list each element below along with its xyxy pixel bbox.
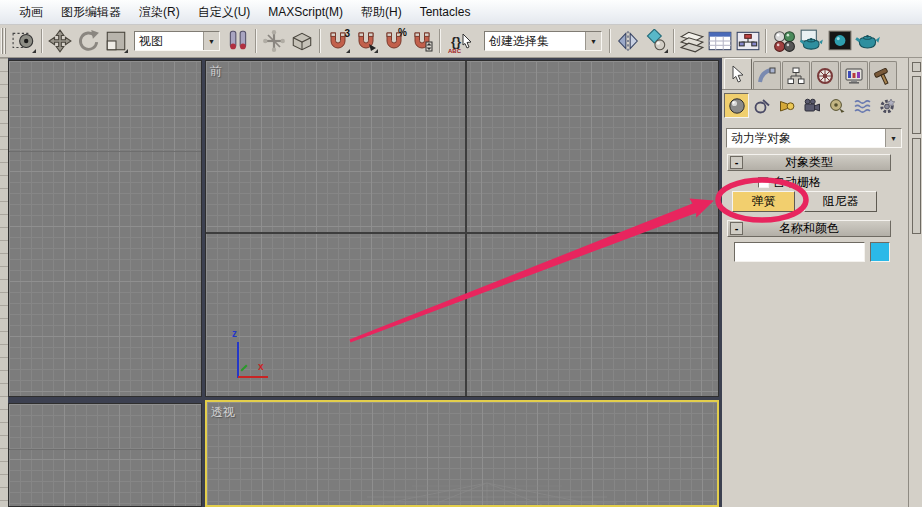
toolbar-separator: [41, 29, 43, 53]
menu-customize[interactable]: 自定义(U): [189, 1, 260, 24]
menu-tentacles[interactable]: Tentacles: [411, 2, 480, 22]
viewport-bottom-left[interactable]: [8, 403, 202, 507]
chevron-down-icon[interactable]: ▼: [885, 129, 901, 147]
select-manipulate-icon[interactable]: [261, 28, 287, 54]
cursor-arrow-glyph: [461, 33, 473, 49]
viewport-label-perspective[interactable]: 透视: [211, 404, 235, 421]
move-glyph: [48, 29, 72, 53]
viewport-label-front[interactable]: 前: [210, 63, 222, 80]
chevron-down-icon[interactable]: ▼: [585, 32, 601, 50]
category-helpers[interactable]: [824, 93, 849, 118]
menu-rendering[interactable]: 渲染(R): [130, 1, 189, 24]
grid-axis-horizontal: [206, 232, 718, 234]
object-category-value: 动力学对象: [727, 130, 885, 147]
docked-panel-edge[interactable]: [0, 58, 8, 507]
select-rotate-icon[interactable]: [75, 28, 101, 54]
mirror-glyph: [616, 29, 640, 53]
menu-animation[interactable]: 动画: [10, 1, 52, 24]
category-systems[interactable]: [874, 93, 899, 118]
edit-named-selections-icon[interactable]: {} ABC: [445, 28, 479, 54]
schematic-view-icon[interactable]: [735, 28, 761, 54]
grid-axis-line: [9, 151, 201, 152]
schematic-view-glyph: [735, 29, 761, 53]
damper-button-label: 阻尼器: [823, 193, 859, 210]
render-setup-icon[interactable]: [799, 28, 825, 54]
tab-modify[interactable]: [753, 61, 781, 89]
magnet-angle-glyph: [355, 30, 377, 52]
tab-display[interactable]: [840, 61, 868, 89]
select-scale-icon[interactable]: [103, 28, 129, 54]
layer-manager-icon[interactable]: [679, 28, 705, 54]
percent-snap-toggle-icon[interactable]: %: [381, 28, 407, 54]
viewport-perspective[interactable]: 透视: [205, 400, 719, 507]
curve-editor-icon[interactable]: [707, 28, 733, 54]
menu-maxscript[interactable]: MAXScript(M): [259, 2, 352, 22]
tab-utilities[interactable]: [869, 61, 897, 89]
rollout-object-type-header[interactable]: - 对象类型: [727, 154, 891, 171]
category-cameras[interactable]: [799, 93, 824, 118]
viewport-left[interactable]: [8, 60, 202, 397]
utilities-hammer-icon: [873, 66, 893, 86]
named-selection-set-dropdown[interactable]: 创建选择集 ▼: [484, 31, 602, 51]
command-panel-second-column: [908, 58, 922, 507]
object-category-dropdown[interactable]: 动力学对象 ▼: [726, 128, 902, 148]
material-editor-icon[interactable]: [771, 28, 797, 54]
toolbar-drag-handle[interactable]: [1, 28, 7, 54]
tab-hierarchy[interactable]: [782, 61, 810, 89]
layers-glyph: [679, 29, 705, 53]
angle-snap-toggle-icon[interactable]: [353, 28, 379, 54]
toolbar-separator: [673, 29, 675, 53]
menu-help[interactable]: 帮助(H): [352, 1, 411, 24]
spring-button[interactable]: 弹簧: [732, 191, 795, 212]
stub-rollout-box: [912, 76, 921, 134]
category-spacewarps[interactable]: [849, 93, 874, 118]
collapse-icon[interactable]: -: [730, 156, 743, 169]
tab-create[interactable]: [724, 58, 752, 89]
spinner-snap-toggle-icon[interactable]: [409, 28, 435, 54]
toolbar-separator: [439, 29, 441, 53]
pivot-center-glyph: [226, 29, 250, 53]
object-color-swatch[interactable]: [870, 242, 890, 262]
abc-label: ABC: [448, 48, 461, 54]
object-name-input[interactable]: [734, 242, 865, 262]
modify-icon: [757, 66, 777, 86]
collapse-icon[interactable]: -: [730, 222, 743, 235]
keyboard-override-icon[interactable]: [289, 28, 315, 54]
category-geometry[interactable]: [724, 93, 749, 118]
shapes-icon: [753, 97, 771, 115]
menu-graph-editors[interactable]: 图形编辑器: [52, 1, 130, 24]
snap-toggle-3d-icon[interactable]: 3: [325, 28, 351, 54]
autogrid-checkbox-row: 自动栅格: [758, 174, 821, 191]
rollout-name-color-header[interactable]: - 名称和颜色: [727, 220, 891, 237]
render-production-icon[interactable]: [855, 28, 881, 54]
hierarchy-icon: [786, 66, 806, 86]
category-lights[interactable]: [774, 93, 799, 118]
reference-coordinate-dropdown[interactable]: 视图 ▼: [134, 31, 220, 51]
snap-percent-label: %: [398, 27, 407, 38]
axis-x-label: x: [258, 361, 264, 372]
lights-icon: [778, 97, 796, 115]
category-shapes[interactable]: [749, 93, 774, 118]
use-pivot-center-icon[interactable]: [225, 28, 251, 54]
rendered-frame-window-icon[interactable]: [827, 28, 853, 54]
stub-rollout-box: [912, 62, 921, 72]
grid-axis-line: [9, 449, 201, 450]
autogrid-checkbox[interactable]: [758, 177, 769, 188]
chevron-down-icon[interactable]: ▼: [203, 32, 219, 50]
toolbar-separator: [319, 29, 321, 53]
mirror-icon[interactable]: [615, 28, 641, 54]
rollout-object-type-title: 对象类型: [743, 154, 875, 171]
viewport-front[interactable]: 前 z x: [205, 60, 719, 397]
toolbar-separator: [765, 29, 767, 53]
tab-motion[interactable]: [811, 61, 839, 89]
helpers-icon: [828, 97, 846, 115]
scale-glyph: [104, 29, 128, 53]
main-toolbar: 视图 ▼ 3 % {} ABC 创建选择集 ▼: [0, 25, 922, 58]
create-arrow-icon: [728, 64, 748, 84]
select-region-icon[interactable]: [11, 28, 37, 54]
damper-button[interactable]: 阻尼器: [804, 191, 877, 212]
stub-rollout-box: [912, 138, 921, 234]
align-icon[interactable]: [643, 28, 669, 54]
systems-gear-icon: [878, 97, 896, 115]
select-move-icon[interactable]: [47, 28, 73, 54]
